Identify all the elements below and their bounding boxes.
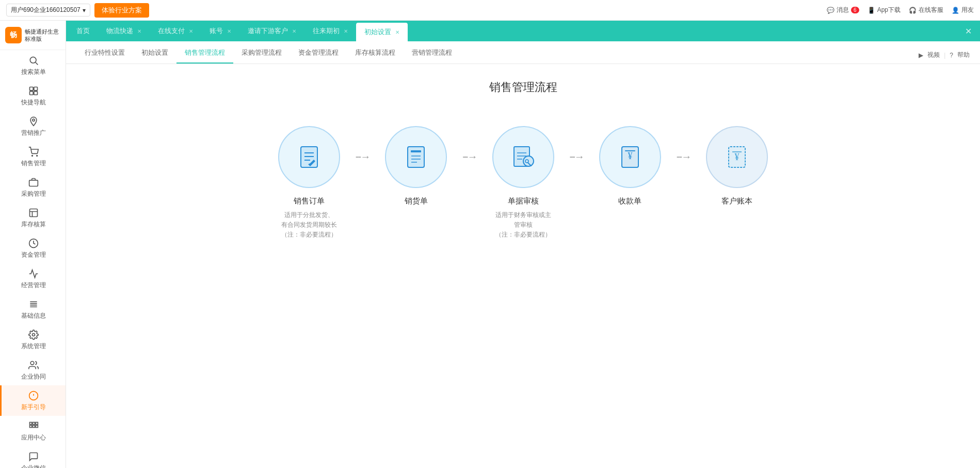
sidebar-item-basic[interactable]: 基础信息 [0,294,66,324]
sidebar-item-marketing[interactable]: 营销推广 [0,111,66,142]
sub-tabs: 行业特性设置 初始设置 销售管理流程 采购管理流程 资金管理流程 [66,41,980,64]
nav-close-all[interactable]: ✕ [959,26,978,36]
svg-rect-28 [408,147,424,167]
tab-account-close[interactable]: ✕ [227,28,231,34]
flow-arrow-1: --→ [356,126,369,163]
online-service-button[interactable]: 🎧 在线客服 [909,6,943,14]
trial-button[interactable]: 体验行业方案 [94,3,149,18]
flow-circle-approval[interactable] [492,126,554,188]
nav-tabs: 首页 物流快递 ✕ 在线支付 ✕ 账号 ✕ 邀请下游客户 ✕ [66,21,980,41]
tab-initial-setup[interactable]: 初始设置 ✕ [356,23,408,41]
top-bar-right: 💬 消息 6 📱 App下载 🎧 在线客服 👤 用友 [827,6,974,14]
sidebar-label-finance: 资金管理 [21,251,46,259]
sidebar-item-inventory[interactable]: 库存核算 [0,202,66,233]
inventory-icon [28,208,39,218]
flow-circle-customer-ledger[interactable]: ¥ [706,126,768,188]
flow-label-sales-order: 销售订单 [294,196,325,206]
quick-nav-icon [28,86,39,96]
online-service-label: 在线客服 [919,6,943,14]
avatar-icon: 👤 [952,7,959,14]
wechat-icon [28,451,39,462]
svg-point-6 [33,119,35,121]
svg-rect-19 [36,423,38,425]
collab-icon [28,360,39,370]
tab-period-label: 往来期初 [313,26,340,36]
guide-icon [28,391,39,401]
svg-rect-2 [30,87,34,91]
sub-tabs-right: ▶ 视频 | ? 帮助 [919,51,970,64]
sidebar-item-operations[interactable]: 经营管理 [0,263,66,294]
tab-logistics-close[interactable]: ✕ [137,28,141,34]
svg-rect-29 [411,150,421,152]
sidebar-label-collab: 企业协同 [21,372,46,381]
tab-logistics-label: 物流快递 [106,26,133,36]
headset-icon: 🎧 [909,7,917,14]
svg-rect-3 [34,87,38,91]
sidebar-label-quick-nav: 快捷导航 [21,98,46,107]
sidebar-logo: 畅 畅捷通好生意 标准版 [0,21,66,50]
flow-diagram: 销售订单 适用于分批发货、有合同发货周期较长（注：非必要流程） --→ [87,126,959,240]
system-icon [28,330,39,340]
sub-tab-purchase-flow[interactable]: 采购管理流程 [233,43,290,64]
tab-period-close[interactable]: ✕ [344,28,348,34]
svg-rect-4 [30,91,34,95]
sub-tab-industry[interactable]: 行业特性设置 [76,43,133,64]
sub-tab-finance-flow-label: 资金管理流程 [298,49,339,56]
sidebar-item-finance[interactable]: 资金管理 [0,233,66,263]
flow-circle-sales-order[interactable] [278,126,340,188]
page-content: 销售管理流程 销售订单 [66,64,980,468]
tab-initial-setup-close[interactable]: ✕ [395,29,399,35]
marketing-icon [28,116,39,127]
svg-point-8 [37,155,38,157]
sub-tab-finance-flow[interactable]: 资金管理流程 [290,43,347,64]
flow-circle-delivery[interactable] [385,126,447,188]
tab-period[interactable]: 往来期初 ✕ [304,21,356,41]
video-icon: ▶ [919,52,923,59]
receipt-icon: ¥ [617,144,644,170]
sidebar-item-purchase[interactable]: 采购管理 [0,172,66,202]
app-download-button[interactable]: 📱 App下载 [867,6,901,14]
sidebar-item-quick-nav[interactable]: 快捷导航 [0,81,66,111]
sub-tab-sales-flow[interactable]: 销售管理流程 [176,43,233,64]
apps-icon [28,421,39,431]
tab-invite-close[interactable]: ✕ [292,28,296,34]
tab-payment[interactable]: 在线支付 ✕ [150,21,201,41]
sub-tab-marketing-flow[interactable]: 营销管理流程 [404,43,460,64]
message-badge: 6 [851,7,859,13]
sidebar-item-guide[interactable]: 新手引导 [0,385,66,416]
tab-account[interactable]: 账号 ✕ [201,21,239,41]
sidebar-item-apps[interactable]: 应用中心 [0,416,66,446]
arrow-dots-2: --→ [462,151,476,163]
message-button[interactable]: 💬 消息 6 [827,6,859,14]
tab-invite[interactable]: 邀请下游客户 ✕ [239,21,304,41]
operations-icon [28,269,39,279]
flow-desc-sales-order: 适用于分批发货、有合同发货周期较长（注：非必要流程） [281,210,337,240]
divider: | [944,52,945,59]
svg-rect-5 [34,91,38,95]
sidebar-item-system[interactable]: 系统管理 [0,324,66,355]
user-avatar-button[interactable]: 👤 用友 [952,6,974,14]
sidebar-label-inventory: 库存核算 [21,220,46,229]
user-selector[interactable]: 用户690企业1660120507 ▾ [6,4,90,17]
sidebar-item-sales[interactable]: 销售管理 [0,142,66,172]
video-button[interactable]: 视频 [927,51,940,59]
sidebar-label-basic: 基础信息 [21,311,46,320]
tab-payment-close[interactable]: ✕ [189,28,193,34]
main-layout: 畅 畅捷通好生意 标准版 搜索菜单 快捷导航 [0,21,980,468]
sidebar-item-collab[interactable]: 企业协同 [0,355,66,385]
svg-rect-20 [30,425,32,427]
tab-home[interactable]: 首页 [68,21,98,41]
svg-point-0 [30,57,36,63]
tab-initial-setup-label: 初始设置 [364,27,391,37]
flow-circle-receipt[interactable]: ¥ [599,126,661,188]
svg-text:¥: ¥ [628,151,632,161]
sub-tab-inventory-flow[interactable]: 库存核算流程 [347,43,404,64]
sub-tab-initial[interactable]: 初始设置 [133,43,176,64]
sidebar-top: 畅 畅捷通好生意 标准版 搜索菜单 快捷导航 [0,21,66,468]
help-button[interactable]: 帮助 [957,51,970,59]
tab-logistics[interactable]: 物流快递 ✕ [98,21,150,41]
flow-label-delivery: 销货单 [405,196,428,206]
sidebar-item-search[interactable]: 搜索菜单 [0,50,66,81]
flow-item-customer-ledger: ¥ 客户账本 [690,126,783,210]
sidebar-item-wechat[interactable]: 企业微信 [0,446,66,468]
